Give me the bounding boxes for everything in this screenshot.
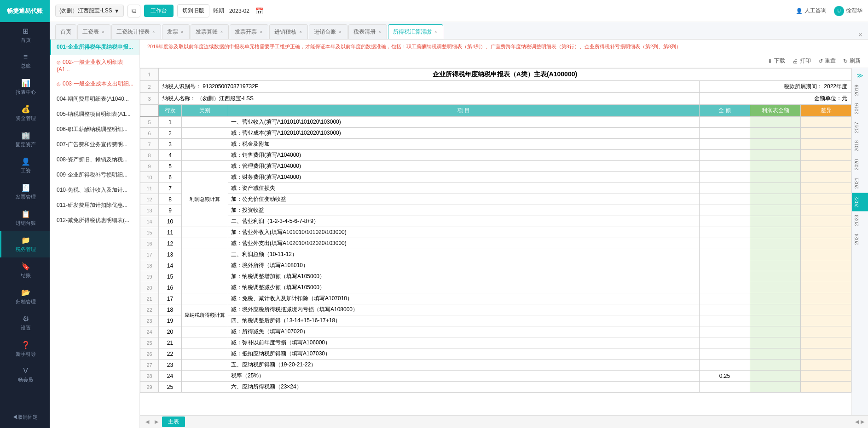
table-wrapper[interactable]: 1 企业所得税年度纳税申报表（A类）主表(A100000) 2 纳税人识别号： … [140,68,851,415]
left-panel-item-011[interactable]: 011-研发费用加计扣除优惠... [50,198,139,213]
left-panel-item-012[interactable]: 012-减免所得税优惠明细表(... [50,213,139,228]
table-row: 7 3 减：税金及附加 [140,139,851,150]
bottom-tabs: ◀ ▶ 主表 ◀ ▶ [140,415,868,428]
scroll-next-icon[interactable]: ▶ [861,419,864,425]
sidebar-item-member[interactable]: V 畅会员 [0,362,50,388]
sidebar-item-guide[interactable]: ❓ 新手引导 [0,336,50,362]
tab-close-icon[interactable]: × [151,29,156,34]
table-row: 1 企业所得税年度纳税申报表（A类）主表(A100000) [140,68,851,81]
sidebar-item-label: 首页 [21,37,31,44]
year-item-2021[interactable]: 2021 [852,174,868,192]
user-profile[interactable]: U 徐滘华 [834,6,862,16]
tab-close-icon[interactable]: × [434,29,438,34]
tab-payroll-stat[interactable]: 工资统计报表 × [111,24,161,39]
content-area: 001-企业所得税年度纳税申报... ◎002-一般企业收入明细表(A1... … [50,40,868,428]
tab-invoice[interactable]: 发票 × [162,24,190,39]
taxpayer-name-value: （勿删）江西服宝-LSS [197,95,254,102]
left-panel-item-009[interactable]: 009-企业所得税补亏损明细... [50,167,139,183]
sidebar-item-invoice[interactable]: 🧾 发票管理 [0,179,50,205]
left-panel-item-007[interactable]: 007-广告费和业务宣传费明... [50,137,139,152]
sidebar-item-archive[interactable]: 📂 归档管理 [0,284,50,310]
sidebar-item-settings[interactable]: ⚙ 设置 [0,310,50,336]
finance-icon: 💰 [21,105,30,114]
left-panel-item-004[interactable]: 004-期间费用明细表(A1040... [50,91,139,107]
assets-icon: 🏢 [21,131,30,140]
table-row: 26 22 减：抵扣应纳税所得额（填写A107030） [140,348,851,360]
sheet-next-button[interactable]: ▶ [153,418,160,426]
left-panel-item-008[interactable]: 008-资产折旧、摊销及纳税... [50,152,139,167]
left-panel-item-005[interactable]: 005-纳税调整项目明细表(A1... [50,107,139,122]
sheet-tab-main[interactable]: 主表 [162,417,185,427]
table-row: 6 2 减：营业成本(填写A102010\102020\103000) [140,128,851,139]
tax-period-cell: 税款所属期间： 2022年度 [700,81,851,93]
tab-home[interactable]: 首页 [55,24,76,39]
scroll-prev-icon[interactable]: ◀ [855,419,859,425]
year-item-2020[interactable]: 2020 [852,155,868,174]
left-panel-item-010[interactable]: 010-免税、减计收入及加计... [50,183,139,198]
copy-icon-button[interactable]: ⧉ [127,5,140,17]
left-panel-item-006[interactable]: 006-职工薪酬纳税调整明细... [50,122,139,137]
sidebar-item-saleled[interactable]: 📋 进销台账 [0,205,50,231]
taxpayer-name-cell: 纳税人名称： （勿删）江西服宝-LSS [159,93,700,105]
tab-close-icon[interactable]: × [377,29,382,34]
tab-invoice-open[interactable]: 发票开票 × [230,24,268,39]
company-selector[interactable]: (勿删）江西服宝-LSS ▼ [55,5,124,17]
year-item-2024[interactable]: 2024 [852,230,868,248]
chevron-down-icon: ▼ [114,8,120,14]
tab-close-icon[interactable]: × [180,29,185,34]
sidebar-item-reports[interactable]: 📊 报表中心 [0,74,50,100]
sidebar: 畅捷通易代账 ⊞ 首页 ≡ 总账 📊 报表中心 💰 资金管理 🏢 固定资产 👤 … [0,0,50,428]
table-row: 24 20 减：所得减免（填写A107020） [140,326,851,337]
tab-invoice-calc[interactable]: 发票算账 × [191,24,229,39]
sheet-prev-button[interactable]: ◀ [144,418,151,426]
sidebar-item-assets[interactable]: 🏢 固定资产 [0,126,50,153]
tab-sale-check[interactable]: 进销稽核 × [269,24,308,39]
sidebar-item-payroll[interactable]: 👤 工资 [0,153,50,179]
unpin-button[interactable]: ◀取消固定 [5,411,45,423]
sidebar-item-label: 发票管理 [16,194,36,200]
tab-sale-led[interactable]: 进销台账 × [309,24,347,39]
reset-label: 重置 [825,57,836,65]
year-expand-button[interactable]: ≫ [855,70,865,81]
support-button[interactable]: 👤 人工咨询 [796,7,827,15]
year-item-2022[interactable]: 2022 [852,193,868,211]
table-row: 16 12 减：营业外支出(填写A102010\102020\103000) [140,238,851,249]
left-panel-item-003[interactable]: ◎003-一般企业成本支出明细... [50,76,139,91]
table-row: 3 纳税人名称： （勿删）江西服宝-LSS 金额单位：元 [140,93,851,105]
print-button[interactable]: 🖨 打印 [793,57,811,65]
year-item-2017[interactable]: 2017 [852,118,868,137]
year-item-2023[interactable]: 2023 [852,211,868,229]
tab-close-icon[interactable]: × [101,29,105,34]
calendar-icon-btn[interactable]: 📅 [253,5,266,17]
tab-close-icon[interactable]: × [259,29,263,34]
tab-close-icon[interactable]: × [298,29,303,34]
tab-income-tax[interactable]: 所得税汇算清缴 × [388,24,443,39]
sidebar-item-label: 税务管理 [16,246,36,253]
sale-icon: 📋 [21,210,30,218]
tab-close-icon[interactable]: × [338,29,342,34]
sidebar-item-label: 资金管理 [16,115,36,122]
sidebar-item-ledger[interactable]: ≡ 总账 [0,48,50,74]
refresh-button[interactable]: ↻ 刷新 [843,57,861,65]
left-panel-item-001[interactable]: 001-企业所得税年度纳税申报... [50,40,139,55]
main-table: 1 企业所得税年度纳税申报表（A类）主表(A100000) 2 纳税人识别号： … [140,68,851,393]
tab-payroll[interactable]: 工资表 × [77,24,110,39]
workbench-button[interactable]: 工作台 [144,5,174,17]
year-item-2016[interactable]: 2016 [852,99,868,118]
sidebar-item-tax[interactable]: 📁 税务管理 [0,231,50,257]
download-button[interactable]: ⬇ 下载 [768,57,785,65]
tab-close-icon[interactable]: × [220,29,224,34]
sidebar-item-finance[interactable]: 💰 资金管理 [0,100,50,126]
sidebar-item-home[interactable]: ⊞ 首页 [0,22,50,48]
year-item-2018[interactable]: 2018 [852,137,868,155]
year-item-2019[interactable]: 2019 [852,81,868,99]
left-panel-item-002[interactable]: ◎002-一般企业收入明细表(A1... [50,55,139,76]
taxpayer-id-cell: 纳税人识别号： 91320500703719732P [159,81,700,93]
tab-tax-list[interactable]: 税表清册 × [348,24,387,39]
sidebar-item-label: 总账 [21,63,31,69]
window-close-button[interactable]: × [858,31,862,39]
reset-button[interactable]: ↺ 重置 [818,57,836,65]
oldver-button[interactable]: 切到旧版 [177,4,209,17]
sidebar-item-settlement[interactable]: 🔖 结账 [0,257,50,284]
download-icon: ⬇ [768,58,772,64]
